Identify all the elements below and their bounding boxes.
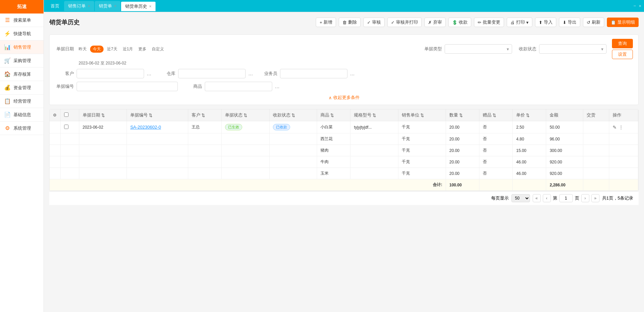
customer-picker-icon[interactable]: ... [147,71,151,77]
export-button[interactable]: ⬇ 导出 [559,18,580,27]
salesperson-picker-icon[interactable]: ... [350,71,355,77]
row-unit-price: 46.00 [513,168,546,179]
sidebar-item-purchase-mgmt[interactable]: 🛒 采购管理 [0,54,44,68]
sort-icon: ⇅ [493,113,496,118]
col-customer[interactable]: 客户⇅ [188,109,222,121]
window-close-icon[interactable]: × [639,3,641,8]
row-transaction [583,168,609,179]
toggle-more-btn[interactable]: ∧ 收起更多条件 [55,95,633,101]
shortcut-custom[interactable]: 自定义 [150,46,166,53]
new-icon: + [319,20,322,25]
salesperson-input[interactable] [280,69,347,78]
col-qty[interactable]: 数量⇅ [446,109,479,121]
shortcut-today[interactable]: 今天 [90,46,104,53]
delete-button[interactable]: 🗑 删除 [339,18,361,27]
tab-sales-order[interactable]: 销售订单 × [64,1,94,11]
close-sales-order-tab[interactable]: × [88,4,90,8]
sidebar-item-label: 搜索菜单 [13,17,31,23]
audit-icon: ✓ [367,20,371,25]
row-settings [50,145,60,156]
warehouse-picker-icon[interactable]: ... [248,71,253,77]
sidebar: 拓速 ☰ 搜索菜单 ⚡ 快捷导航 📊 销售管理 🛒 采购管理 🏠 库存核算 💰 … [0,0,44,312]
window-minimize-icon[interactable]: − [634,3,636,8]
settings-button[interactable]: 设置 [612,50,633,59]
customer-input[interactable] [77,69,144,78]
shortcut-7days[interactable]: 近7天 [105,46,119,53]
row-action [609,133,638,145]
shortcut-yesterday[interactable]: 昨天 [77,46,89,53]
col-settings[interactable]: ⚙ [50,109,60,121]
col-spec[interactable]: 规格型号⇅ [351,109,398,121]
sidebar-item-search-menu[interactable]: ☰ 搜索菜单 [0,14,44,27]
payment-status-label: 收款状态 [517,46,536,52]
tab-home[interactable]: 首页 [47,1,63,11]
sort-icon: ⇅ [291,113,295,118]
close-sales-history-tab[interactable]: × [149,4,151,9]
doc-no-input[interactable] [77,82,178,91]
tab-sales-history[interactable]: 销货单历史 × [121,1,156,11]
close-sales-delivery-tab[interactable]: × [114,4,116,8]
col-sales-unit[interactable]: 销售单位⇅ [398,109,446,121]
sidebar-item-basic-info[interactable]: 📄 基础信息 [0,108,44,122]
sidebar-item-operations[interactable]: 📋 经营管理 [0,95,44,108]
row-select-checkbox[interactable] [64,125,68,129]
doc-no-link[interactable]: SA-20230602-0 [130,125,161,130]
sidebar-item-quick-nav[interactable]: ⚡ 快捷导航 [0,27,44,41]
search-menu-icon: ☰ [4,17,11,23]
collect-button[interactable]: 💲 收款 [448,18,471,27]
edit-action-icon[interactable]: ✎ [613,125,617,130]
page-input[interactable] [559,194,573,202]
print-button[interactable]: 🖨 打印 ▾ [507,18,532,27]
batch-change-button[interactable]: ✏ 批量变更 [474,18,504,27]
audit-print-icon: ✓ [391,20,395,25]
tab-sales-delivery[interactable]: 销货单 × [95,1,120,11]
product-input[interactable] [205,82,272,91]
row-date [79,156,127,168]
abandon-button[interactable]: ✗ 弃审 [424,18,446,27]
show-detail-button[interactable]: 📋 显示明细 [607,18,639,27]
col-pay-status[interactable]: 收款状态⇅ [269,109,317,121]
col-doc-no[interactable]: 单据编号⇅ [127,109,188,121]
refresh-button[interactable]: ↺ 刷新 [583,18,604,27]
sidebar-item-system-mgmt[interactable]: ⚙ 系统管理 [0,122,44,135]
col-doc-status[interactable]: 单据状态⇅ [222,109,269,121]
col-gift[interactable]: 赠品⇅ [479,109,513,121]
product-picker-icon[interactable]: ... [275,83,279,89]
col-transaction: 交货 [583,109,609,121]
sidebar-item-sales-mgmt[interactable]: 📊 销售管理 [0,41,44,54]
warehouse-input[interactable] [178,69,246,78]
audit-button[interactable]: ✓ 审核 [363,18,385,27]
type-dropdown-icon: ▾ [507,47,509,52]
row-checkbox [60,121,79,133]
col-unit-price[interactable]: 单价⇅ [513,109,546,121]
row-unit-price: 4.80 [513,133,546,145]
select-all-checkbox[interactable] [64,112,68,117]
shortcut-more[interactable]: 更多 [136,46,148,53]
payment-status-select[interactable]: ▾ [539,44,607,54]
col-product[interactable]: 商品⇅ [317,109,351,121]
table-row: 猪肉 千克 20.00 否 15.00 300.00 [50,145,638,156]
row-unit-price: 46.00 [513,156,546,168]
more-action-icon[interactable]: ⋮ [619,125,623,130]
import-button[interactable]: ⬆ 导入 [535,18,556,27]
summary-row: 合计: 100.00 2,286.00 [50,179,638,191]
type-select[interactable]: ▾ [445,44,512,54]
next-page-btn[interactable]: › [581,194,589,202]
col-date[interactable]: 单据日期⇅ [79,109,127,121]
table-row: 西兰花 千克 20.00 否 4.80 96.00 [50,133,638,145]
sidebar-item-inventory[interactable]: 🏠 库存核算 [0,68,44,81]
audit-print-button[interactable]: ✓ 审核并打印 [387,18,422,27]
row-gift: 否 [479,121,513,133]
per-page-select[interactable]: 50 100 200 [511,194,530,202]
last-page-btn[interactable]: » [591,194,599,202]
chevron-up-icon: ∧ [329,95,332,100]
type-field: 单据类型 ▾ [423,44,512,54]
row-spec: tyjyjtyjdf... [351,121,398,133]
prev-page-btn[interactable]: ‹ [543,194,551,202]
shortcut-1month[interactable]: 近1月 [121,46,135,53]
new-button[interactable]: + 新增 [316,18,336,27]
first-page-btn[interactable]: « [533,194,541,202]
sidebar-item-finance[interactable]: 💰 资金管理 [0,81,44,95]
search-row-1: 单据日期 昨天 今天 近7天 近1月 更多 自定义 单据类型 ▾ [55,39,633,59]
query-button[interactable]: 查询 [612,39,633,48]
